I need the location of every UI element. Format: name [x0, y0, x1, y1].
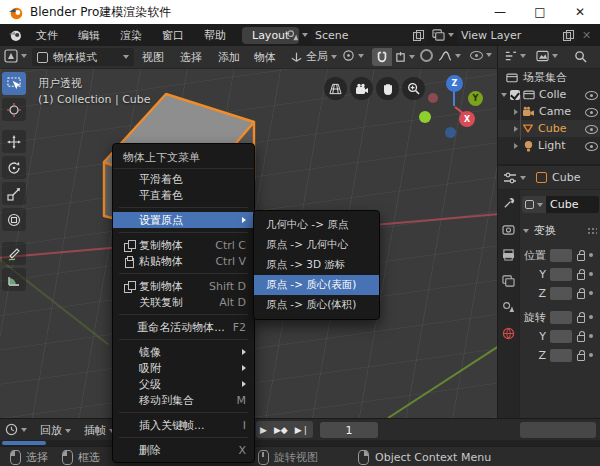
- location-y-field[interactable]: [550, 268, 572, 281]
- tool-transform[interactable]: [2, 208, 26, 231]
- menu-item-shade-smooth[interactable]: 平滑着色: [113, 171, 254, 187]
- view-layer-field[interactable]: View Layer: [457, 27, 577, 44]
- location-x-lock-icon[interactable]: [576, 250, 585, 260]
- collection-eye-icon[interactable]: [585, 90, 598, 99]
- current-frame-field[interactable]: 1: [320, 422, 378, 438]
- menu-item-shade-flat[interactable]: 平直着色: [113, 187, 254, 203]
- submenu-item-origin-to-geometry[interactable]: 原点 -> 几何中心: [254, 235, 379, 255]
- menu-item-duplicate[interactable]: 复制物体 Shift D: [113, 278, 254, 294]
- cube-expand-icon[interactable]: [514, 126, 518, 132]
- play-button[interactable]: ▶: [260, 425, 267, 435]
- menu-item-rename[interactable]: 重命名活动物体... F2: [113, 319, 254, 335]
- gizmo-z-axis[interactable]: Z: [446, 75, 463, 92]
- view-layer-remove-icon[interactable]: ✕: [582, 29, 591, 42]
- camera-eye-icon[interactable]: [585, 107, 598, 116]
- menu-edit[interactable]: 编辑: [68, 28, 110, 43]
- outliner-row-scene-collection[interactable]: 场景集合: [498, 69, 600, 86]
- gizmo-x-negative[interactable]: [428, 93, 438, 103]
- menu-file[interactable]: 文件: [26, 28, 68, 43]
- menu-item-parent[interactable]: 父级: [113, 376, 254, 392]
- collection-expand-icon[interactable]: [501, 93, 507, 97]
- timeline-end-field[interactable]: [520, 422, 596, 438]
- transform-section-header[interactable]: 变换: [520, 223, 600, 238]
- tool-move[interactable]: [2, 130, 26, 153]
- close-button[interactable]: ✕: [560, 0, 600, 24]
- tool-scale[interactable]: [2, 182, 26, 205]
- location-z-field[interactable]: [550, 287, 572, 300]
- location-x-decorator[interactable]: [589, 253, 593, 257]
- camera-view-button[interactable]: [350, 77, 373, 100]
- location-y-decorator[interactable]: [589, 272, 593, 276]
- outliner-row-cube[interactable]: Cube: [498, 120, 600, 137]
- scene-browse-caret[interactable]: [302, 33, 308, 37]
- properties-editor-caret[interactable]: [520, 176, 526, 180]
- menu-render[interactable]: 渲染: [110, 28, 152, 43]
- snap-settings-dropdown[interactable]: [392, 48, 418, 66]
- falloff-caret[interactable]: [455, 54, 461, 58]
- rotation-x-field[interactable]: [550, 311, 572, 324]
- pan-view-button[interactable]: [376, 77, 399, 100]
- navigation-gizmo[interactable]: Z Y X: [415, 74, 490, 139]
- outliner-row-camera[interactable]: Came: [498, 103, 600, 120]
- outliner-row-light[interactable]: Light: [498, 137, 600, 154]
- overlays-dropdown[interactable]: [470, 50, 492, 59]
- playback-dropdown[interactable]: 回放: [40, 423, 71, 438]
- tool-measure[interactable]: [2, 268, 26, 291]
- section-drag-handle[interactable]: [588, 228, 597, 234]
- view-layer-icon[interactable]: [432, 29, 445, 42]
- rotation-y-field[interactable]: [550, 330, 572, 343]
- tool-rotate[interactable]: [2, 156, 26, 179]
- tab-world[interactable]: [498, 320, 519, 346]
- location-z-lock-icon[interactable]: [576, 288, 585, 298]
- submenu-item-origin-to-center-of-mass-surface[interactable]: 原点 -> 质心(表面): [254, 275, 379, 295]
- object-name-field[interactable]: Cube: [546, 196, 599, 213]
- submenu-item-geometry-to-origin[interactable]: 几何中心 -> 原点: [254, 215, 379, 235]
- submenu-item-origin-to-3d-cursor[interactable]: 原点 -> 3D 游标: [254, 255, 379, 275]
- camera-expand-icon[interactable]: [514, 109, 518, 115]
- gizmo-z-negative[interactable]: [445, 127, 456, 138]
- menu-select[interactable]: 选择: [180, 50, 202, 65]
- collection-checkbox[interactable]: [510, 90, 520, 100]
- snap-toggle-button[interactable]: [372, 48, 392, 66]
- tool-annotate[interactable]: [2, 242, 26, 265]
- editor-type-button[interactable]: [4, 49, 27, 63]
- submenu-item-origin-to-center-of-mass-volume[interactable]: 原点 -> 质心(体积): [254, 295, 379, 315]
- cube-eye-icon[interactable]: [585, 124, 598, 133]
- pivot-dropdown[interactable]: [342, 49, 364, 62]
- tab-scene[interactable]: [498, 294, 519, 320]
- object-id-dropdown[interactable]: [522, 196, 546, 213]
- menu-help[interactable]: 帮助: [194, 28, 236, 43]
- menu-item-copy-objects[interactable]: 复制物体 Ctrl C: [113, 237, 254, 253]
- maximize-button[interactable]: □: [520, 0, 560, 24]
- menu-item-mirror[interactable]: 镜像: [113, 344, 254, 360]
- menu-item-set-origin[interactable]: 设置原点: [113, 212, 254, 228]
- location-y-lock-icon[interactable]: [576, 269, 585, 279]
- mode-dropdown[interactable]: 物体模式: [32, 48, 134, 66]
- rotation-y-lock-icon[interactable]: [576, 331, 585, 341]
- gizmo-x-axis[interactable]: X: [459, 111, 475, 127]
- tab-output[interactable]: [498, 242, 519, 268]
- outliner-display-dropdown[interactable]: [536, 50, 558, 62]
- tool-select-box[interactable]: [2, 72, 26, 95]
- rotation-z-lock-icon[interactable]: [576, 350, 585, 360]
- new-view-layer-icon[interactable]: [563, 30, 573, 40]
- gizmo-y-axis[interactable]: Y: [468, 91, 483, 106]
- menu-item-duplicate-linked[interactable]: 关联复制 Alt D: [113, 294, 254, 310]
- location-z-decorator[interactable]: [589, 291, 593, 295]
- keying-dropdown[interactable]: 插帧: [84, 423, 115, 438]
- toggle-perspective-button[interactable]: [324, 77, 347, 100]
- next-keyframe-button[interactable]: ▶◆: [274, 425, 288, 435]
- menu-window[interactable]: 窗口: [152, 28, 194, 43]
- timeline-scrollbar-thumb[interactable]: [2, 441, 46, 445]
- menu-view[interactable]: 视图: [142, 50, 164, 65]
- menu-object[interactable]: 物体: [254, 50, 276, 65]
- orientation-dropdown[interactable]: 全局: [290, 49, 337, 64]
- menu-item-snap[interactable]: 吸附: [113, 360, 254, 376]
- new-scene-icon[interactable]: [413, 30, 423, 40]
- outliner-row-collection[interactable]: Colle: [498, 86, 600, 103]
- scene-name-field[interactable]: Scene: [311, 27, 427, 44]
- search-icon[interactable]: [574, 50, 587, 63]
- menu-item-delete[interactable]: 删除 X: [113, 442, 254, 458]
- proportional-editing-icon[interactable]: [420, 49, 433, 62]
- outliner-filter-dropdown[interactable]: [504, 50, 526, 62]
